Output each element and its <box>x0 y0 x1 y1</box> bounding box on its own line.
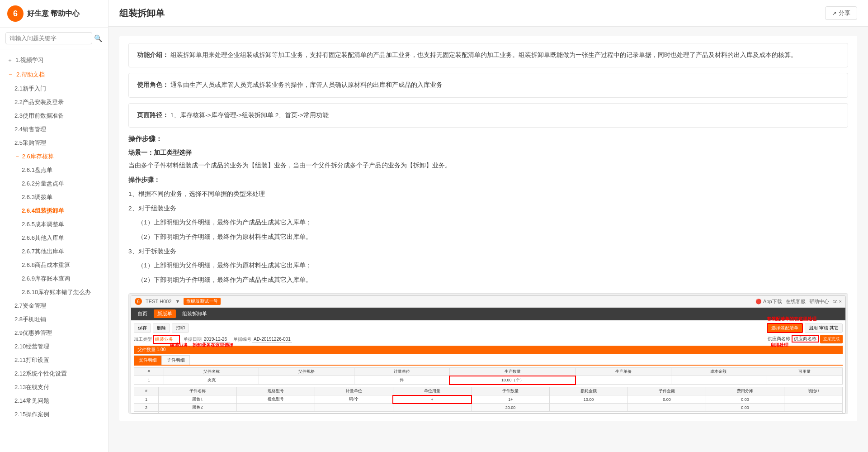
app-topbar-left: 6 TEST-H002 ▼ 旗舰版测试一号 <box>135 298 221 305</box>
app-download: 🔴 App下载 <box>755 298 782 305</box>
sidebar-item-operation[interactable]: 2.10经营管理 <box>0 340 108 353</box>
sidebar-item-coupon[interactable]: 2.9优惠券管理 <box>0 326 108 340</box>
sub-col-child-amt: 子件金额 <box>628 387 706 395</box>
search-button[interactable]: 🔍 <box>94 34 103 43</box>
app-orange-bar: 父件数量 1.00 <box>134 346 843 354</box>
app-nav: 自页 新版单 组装拆卸单 <box>131 308 845 320</box>
main-header: 组装拆卸单 ↗ 分享 <box>108 0 868 27</box>
col-num: # <box>134 367 164 376</box>
sidebar-item-other-out[interactable]: 2.6.7其他出库单 <box>0 245 108 258</box>
sidebar-item-purchase[interactable]: 2.5采购管理 <box>0 136 108 150</box>
sidebar-item-cost-adjust[interactable]: 2.6.5成本调整单 <box>0 218 108 231</box>
share-button[interactable]: ↗ 分享 <box>825 6 857 20</box>
step3-1: （1）上部明细为父件明细，最终作为原材料生成其它出库单； <box>128 260 848 271</box>
app-field-date-val[interactable]: 2019-12-26 <box>203 336 230 343</box>
anno-label-3: 启用处理 <box>770 342 788 348</box>
scenario1-desc: 当由多个子件材料组装成一个成品的业务为【组装】业务，当由一个父件拆分成多个子产品… <box>128 160 848 171</box>
anno-label-2: 组装业务、拆卸业务在这里选择 <box>170 342 233 348</box>
app-confirm-btn[interactable]: 选择装配清单 <box>767 323 803 333</box>
sidebar-item-ledger-query[interactable]: 2.6.9库存账本查询 <box>0 272 108 285</box>
sidebar-item-partial-stocktake[interactable]: 2.6.2分量盘点单 <box>0 177 108 190</box>
sidebar: 6 好生意 帮助中心 🔍 ＋ 1.视频学习 － 2.帮助文档 2.1新手入门 2… <box>0 0 108 452</box>
col-unit: 计量单位 <box>354 367 450 376</box>
app-logo: 6 <box>135 298 142 305</box>
sub-col-num: # <box>134 387 159 395</box>
app-confirm2-btn[interactable]: 立采完成 <box>820 335 843 343</box>
col-amount: 成本金额 <box>671 367 766 376</box>
sidebar-item-install[interactable]: 2.2产品安装及登录 <box>0 95 108 109</box>
sidebar-item-cases[interactable]: 2.15操作案例 <box>0 408 108 421</box>
sidebar-item-stocktake[interactable]: 2.6.1盘点单 <box>0 163 108 177</box>
sub-col-initial: 初始U <box>784 387 843 395</box>
app-child-table: # 子件名称 规格型号 计量单位 单位用量 子件数量 损耗金额 子件金额 <box>134 387 843 414</box>
content-body: 功能介绍： 组装拆卸单用来处理企业组装或拆卸等加工业务，支持有固定装配清单的产品… <box>119 36 857 421</box>
app-topbar: 6 TEST-H002 ▼ 旗舰版测试一号 🔴 App下载 在线客服 帮助中心 … <box>131 296 845 308</box>
sidebar-item-sales[interactable]: 2.4销售管理 <box>0 123 108 136</box>
sub-col-child-qty: 子件数量 <box>472 387 550 395</box>
app-fields: 加工类型 组装业务 单据日期 2019-12-26 单据编号 AD-201912… <box>134 335 843 344</box>
anno-container-2: 父件数量 1.00 组装业务、拆卸业务在这里选择 启用处理 <box>134 346 843 354</box>
app-field-code-val[interactable]: AD-20191226-001 <box>252 336 292 343</box>
nav-list: ＋ 1.视频学习 － 2.帮助文档 2.1新手入门 2.2产品安装及登录 2.3… <box>0 49 108 425</box>
app-field-date: 单据日期 2019-12-26 <box>184 336 230 343</box>
app-delete-btn[interactable]: 删除 <box>153 324 170 333</box>
sidebar-item-mobile[interactable]: 2.8手机旺铺 <box>0 313 108 326</box>
sidebar-item-assembly[interactable]: 2.6.4组装拆卸单 <box>0 204 108 218</box>
step3-2: （2）下部明细为子件明细，最终作为产成品生成其它入库单。 <box>128 274 848 286</box>
app-sub-table-area: # 子件名称 规格型号 计量单位 单位用量 子件数量 损耗金额 子件金额 <box>134 387 843 414</box>
app-window: 6 TEST-H002 ▼ 旗舰版测试一号 🔴 App下载 在线客服 帮助中心 … <box>131 295 846 414</box>
app-help: 帮助中心 <box>809 298 829 305</box>
sidebar-item-faq[interactable]: 2.14常见问题 <box>0 394 108 408</box>
sidebar-item-other-in[interactable]: 2.6.6其他入库单 <box>0 231 108 245</box>
search-box: 🔍 <box>0 28 108 49</box>
minus-icon-inventory: － <box>14 153 20 160</box>
app-topbar-right: 🔴 App下载 在线客服 帮助中心 cc × <box>755 298 842 305</box>
app-field-supplier-val[interactable]: 供应商名称 <box>792 335 819 343</box>
col-parent-name: 父件名称 <box>164 367 259 376</box>
app-nav-home[interactable]: 自页 <box>134 309 151 318</box>
sidebar-item-funds[interactable]: 2.7资金管理 <box>0 299 108 313</box>
app-content-area: 保存 删除 打印 选择装配清单 有装配清单的在这里处理 启用 审核 其它 <box>131 320 845 414</box>
app-user: cc × <box>833 299 842 304</box>
logo-icon: 6 <box>7 5 24 22</box>
app-tabs: 父件明细 子件明细 <box>134 355 843 366</box>
sub-col-spec: 规格型号 <box>236 387 315 395</box>
logo-title: 好生意 帮助中心 <box>27 9 80 19</box>
app-tab-child[interactable]: 子件明细 <box>162 355 190 365</box>
func-intro-label: 功能介绍： <box>137 52 169 58</box>
sub-col-name: 子件名称 <box>158 387 236 395</box>
sidebar-item-cost-recalc[interactable]: 2.6.8商品成本重算 <box>0 258 108 272</box>
search-input[interactable] <box>5 32 92 44</box>
scenario1-title: 场景一：加工类型选择 <box>128 149 848 157</box>
app-nav-new[interactable]: 新版单 <box>154 309 176 318</box>
sidebar-item-newbie[interactable]: 2.1新手入门 <box>0 82 108 95</box>
sidebar-item-video[interactable]: ＋ 1.视频学习 <box>0 53 108 67</box>
ops-steps-label: 操作步骤： <box>128 174 848 186</box>
app-field-date-label: 单据日期 <box>184 336 202 343</box>
sidebar-item-docs[interactable]: － 2.帮助文档 <box>0 67 108 82</box>
sidebar-item-personalize[interactable]: 2.12系统个性化设置 <box>0 367 108 381</box>
sub-table-row-1: 1 黑色1 橙色型号 码/个 + 1+ 10.00 0.00 <box>134 395 843 404</box>
plus-icon: ＋ <box>7 57 13 64</box>
path-text: 1、库存核算->库存管理->组装拆卸单 2、首页->常用功能 <box>170 112 329 119</box>
sidebar-item-transfer[interactable]: 2.6.3调拨单 <box>0 190 108 204</box>
func-intro-text: 组装拆卸单用来处理企业组装或拆卸等加工业务，支持有固定装配清单的产品加工业务，也… <box>170 52 797 58</box>
app-tab-parent[interactable]: 父件明细 <box>134 355 162 365</box>
app-enable-btn[interactable]: 启用 审核 其它 <box>805 324 843 333</box>
screenshot-container: 6 TEST-H002 ▼ 旗舰版测试一号 🔴 App下载 在线客服 帮助中心 … <box>128 293 848 414</box>
app-toolbar: 保存 删除 打印 选择装配清单 有装配清单的在这里处理 启用 审核 其它 <box>134 323 843 333</box>
step1: 1、根据不同的业务，选择不同单据的类型来处理 <box>128 188 848 200</box>
sidebar-item-inventory[interactable]: － 2.6库存核算 <box>0 150 108 163</box>
sub-table-row-3: 3 <box>134 412 843 414</box>
sidebar-item-data-prep[interactable]: 2.3使用前数据准备 <box>0 109 108 123</box>
share-icon: ↗ <box>832 10 837 17</box>
sidebar-item-print[interactable]: 2.11打印设置 <box>0 353 108 367</box>
sidebar-item-ledger-fix[interactable]: 2.6.10库存账本错了怎么办 <box>0 285 108 299</box>
path-label: 页面路径： <box>137 112 169 119</box>
app-print-btn[interactable]: 打印 <box>172 324 189 333</box>
app-nav-assembly[interactable]: 组装拆卸单 <box>179 309 211 318</box>
app-topbar-code: TEST-H002 <box>146 299 171 304</box>
app-save-btn[interactable]: 保存 <box>134 324 151 333</box>
app-field-code: 单据编号 AD-20191226-001 <box>233 336 292 343</box>
sidebar-item-online-pay[interactable]: 2.13在线支付 <box>0 381 108 394</box>
